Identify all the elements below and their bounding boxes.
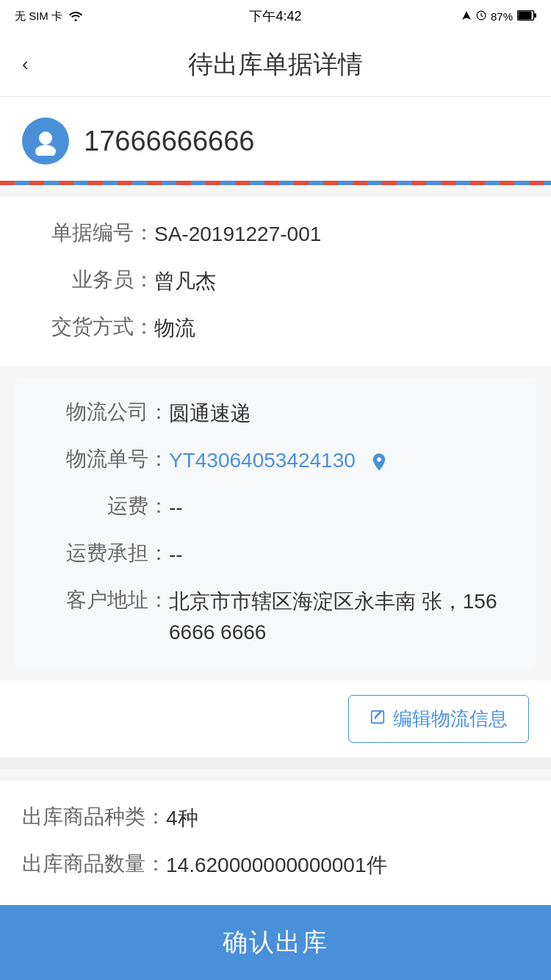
status-right: 87% bbox=[461, 10, 536, 23]
address-row: 客户地址： 北京市市辖区海淀区永丰南 张，156 6666 6666 bbox=[37, 586, 514, 648]
agent-label: 业务员： bbox=[22, 266, 154, 294]
outbound-types-label: 出库商品种类： bbox=[22, 803, 166, 831]
delivery-label: 交货方式： bbox=[22, 313, 154, 341]
tracking-value: YT43064053424130 bbox=[169, 445, 514, 476]
freight-bearer-value: -- bbox=[169, 539, 514, 570]
confirm-btn-wrapper: 确认出库 bbox=[0, 905, 551, 980]
confirm-outbound-button[interactable]: 确认出库 bbox=[0, 926, 551, 959]
freight-row: 运费： -- bbox=[37, 492, 514, 523]
outbound-section: 出库商品种类： 4种 出库商品数量： 14.620000000000001件 bbox=[0, 781, 551, 903]
tracking-label: 物流单号： bbox=[37, 445, 169, 473]
svg-point-5 bbox=[35, 145, 56, 156]
freight-bearer-label: 运费承担： bbox=[37, 539, 169, 567]
freight-value: -- bbox=[169, 492, 514, 523]
agent-value: 曾凡杰 bbox=[154, 266, 529, 297]
order-number-label: 单据编号： bbox=[22, 219, 154, 247]
carrier-label: 无 SIM 卡 bbox=[15, 10, 62, 24]
user-phone: 17666666666 bbox=[84, 126, 254, 157]
freight-bearer-row: 运费承担： -- bbox=[37, 539, 514, 570]
logistics-company-row: 物流公司： 圆通速递 bbox=[37, 398, 514, 429]
battery-label: 87% bbox=[491, 10, 513, 23]
dashed-divider bbox=[0, 181, 551, 185]
address-label: 客户地址： bbox=[37, 586, 169, 614]
wifi-icon bbox=[68, 10, 83, 24]
nav-bar: ‹ 待出库单据详情 bbox=[0, 32, 551, 97]
outbound-types-row: 出库商品种类： 4种 bbox=[22, 803, 529, 834]
page-title: 待出库单据详情 bbox=[188, 48, 363, 82]
clock-icon bbox=[476, 10, 486, 23]
edit-btn-row: 编辑物流信息 bbox=[0, 680, 551, 757]
status-bar: 无 SIM 卡 下午4:42 87% bbox=[0, 0, 551, 32]
back-button[interactable]: ‹ bbox=[22, 46, 36, 83]
order-number-row: 单据编号： SA-20191227-001 bbox=[22, 219, 529, 250]
user-section: 17666666666 bbox=[0, 97, 551, 181]
location-arrow-icon bbox=[461, 10, 472, 23]
outbound-quantity-row: 出库商品数量： 14.620000000000001件 bbox=[22, 850, 529, 881]
status-time: 下午4:42 bbox=[249, 7, 301, 25]
order-number-value: SA-20191227-001 bbox=[154, 219, 529, 250]
status-left: 无 SIM 卡 bbox=[15, 10, 83, 24]
delivery-row: 交货方式： 物流 bbox=[22, 313, 529, 344]
svg-rect-3 bbox=[534, 13, 536, 18]
outbound-quantity-label: 出库商品数量： bbox=[22, 850, 166, 878]
edit-icon bbox=[370, 707, 386, 730]
agent-row: 业务员： 曾凡杰 bbox=[22, 266, 529, 297]
logistics-card: 物流公司： 圆通速递 物流单号： YT43064053424130 运费： --… bbox=[15, 378, 536, 669]
battery-icon bbox=[517, 10, 536, 23]
address-value: 北京市市辖区海淀区永丰南 张，156 6666 6666 bbox=[169, 586, 514, 648]
edit-logistics-button[interactable]: 编辑物流信息 bbox=[348, 695, 529, 743]
svg-rect-2 bbox=[519, 11, 532, 19]
outbound-quantity-value: 14.620000000000001件 bbox=[166, 850, 529, 881]
order-info-section: 单据编号： SA-20191227-001 业务员： 曾凡杰 交货方式： 物流 bbox=[0, 197, 551, 366]
section-divider bbox=[0, 757, 551, 769]
outbound-types-value: 4种 bbox=[166, 803, 529, 834]
logistics-company-value: 圆通速递 bbox=[169, 398, 514, 429]
user-avatar bbox=[22, 118, 69, 165]
tracking-row: 物流单号： YT43064053424130 bbox=[37, 445, 514, 476]
svg-point-4 bbox=[39, 131, 52, 145]
map-pin-icon[interactable] bbox=[369, 452, 389, 472]
svg-rect-6 bbox=[372, 711, 384, 724]
delivery-value: 物流 bbox=[154, 313, 529, 344]
freight-label: 运费： bbox=[37, 492, 169, 520]
logistics-company-label: 物流公司： bbox=[37, 398, 169, 426]
